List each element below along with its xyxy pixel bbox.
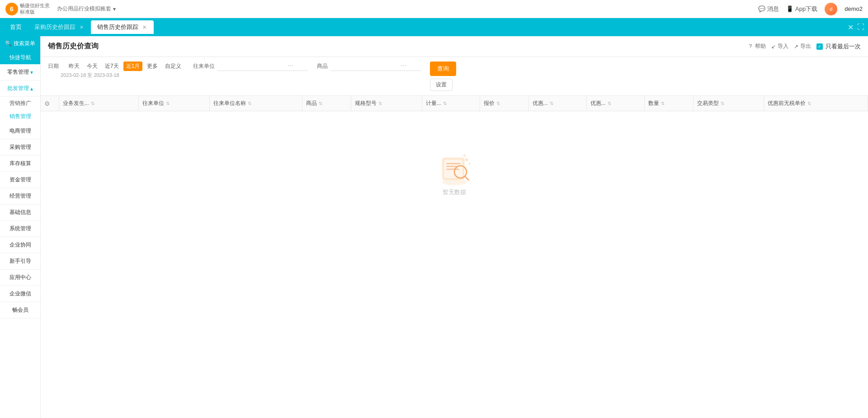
table-header-row: ⚙ 业务发生... ⇅ 往来单位 ⇅ <box>41 96 868 111</box>
sidebar-item-purchase[interactable]: 采购管理 <box>0 139 40 156</box>
col-pretax-price[interactable]: 优惠前无税单价 ⇅ <box>764 96 868 111</box>
sidebar-inventory-label: 库存核算 <box>9 160 31 167</box>
col-settings[interactable]: ⚙ <box>41 96 59 111</box>
app-download-action[interactable]: 📱 App下载 <box>786 5 817 13</box>
col-partner-sort[interactable]: ⇅ <box>166 101 170 106</box>
tab-sales-close[interactable]: ✕ <box>141 24 147 30</box>
col-quote-sort[interactable]: ⇅ <box>496 101 500 106</box>
sidebar-item-inventory[interactable]: 库存核算 <box>0 156 40 172</box>
workspace-selector[interactable]: 办公用品行业模拟账套 ▾ <box>53 3 119 14</box>
sidebar-system-label: 系统管理 <box>9 225 31 233</box>
import-button[interactable]: ↙ 导入 <box>771 43 788 50</box>
tab-bar: 首页 采购历史价跟踪 ✕ 销售历史价跟踪 ✕ ✕ ⛶ <box>0 18 868 36</box>
col-unit-sort[interactable]: ⇅ <box>443 101 447 106</box>
sidebar-item-system[interactable]: 系统管理 <box>0 221 40 237</box>
col-pretax-price-label: 优惠前无税单价 <box>768 100 806 107</box>
help-button[interactable]: ？ 帮助 <box>748 43 766 50</box>
sidebar-search-label: 搜索菜单 <box>14 40 35 47</box>
tab-home[interactable]: 首页 <box>4 20 28 34</box>
sidebar-item-wholesale[interactable]: 批发管理 ▴ <box>0 81 40 97</box>
sidebar-item-sales-mgmt[interactable]: 销售管理 <box>0 110 40 123</box>
tab-sales-history[interactable]: 销售历史价跟踪 ✕ <box>91 20 154 34</box>
col-discount1-sort[interactable]: ⇅ <box>550 101 553 106</box>
col-spec-sort[interactable]: ⇅ <box>378 101 382 106</box>
goods-input[interactable] <box>330 62 398 69</box>
goods-filter-group: 商品 ··· <box>317 62 421 71</box>
tab-purchase-label: 采购历史价跟踪 <box>34 23 75 31</box>
sidebar-item-ecommerce[interactable]: 电商管理 <box>0 123 40 139</box>
logo-area[interactable]: 6 畅捷信好生意 标准版 <box>5 3 50 15</box>
date-btn-last1m[interactable]: 近1月 <box>123 62 143 71</box>
col-discount2[interactable]: 优惠... ⇅ <box>586 96 644 111</box>
date-filter-label: 日期 <box>48 62 59 70</box>
svg-point-10 <box>463 154 466 157</box>
col-partner-code[interactable]: 往来单位 ⇅ <box>139 96 210 111</box>
sidebar-item-member[interactable]: 畅会员 <box>0 302 40 318</box>
date-btn-last7[interactable]: 近7天 <box>102 62 122 71</box>
sidebar-wechat-label: 企业微信 <box>9 290 31 298</box>
sidebar-wholesale-label: 批发管理 <box>7 85 29 92</box>
sidebar-item-marketing[interactable]: 营销推广 <box>0 97 40 110</box>
table-container: ⚙ 业务发生... ⇅ 往来单位 ⇅ <box>41 96 868 418</box>
sidebar-item-operations[interactable]: 经营管理 <box>0 188 40 204</box>
export-label: 导出 <box>800 43 811 50</box>
col-trade-type[interactable]: 交易类型 ⇅ <box>693 96 764 111</box>
only-last-checkbox-area[interactable]: ✓ 只看最后一次 <box>816 43 861 51</box>
expand-button[interactable]: ⛶ <box>857 23 864 32</box>
sidebar-item-finance[interactable]: 资金管理 <box>0 172 40 188</box>
col-biz-date[interactable]: 业务发生... ⇅ <box>59 96 139 111</box>
tab-purchase-history[interactable]: 采购历史价跟踪 ✕ <box>28 20 91 34</box>
goods-dots-button[interactable]: ··· <box>400 62 406 70</box>
sidebar-item-wechat[interactable]: 企业微信 <box>0 286 40 302</box>
header-right: 💬 消息 📱 App下载 d demo2 <box>758 3 863 15</box>
sidebar-item-retail[interactable]: 零售管理 ▾ <box>0 64 40 81</box>
empty-text: 暂无数据 <box>443 188 466 196</box>
partner-dots-button[interactable]: ··· <box>287 62 293 70</box>
message-action[interactable]: 💬 消息 <box>758 5 779 13</box>
gear-icon[interactable]: ⚙ <box>44 100 50 107</box>
avatar[interactable]: d <box>825 3 837 15</box>
col-goods-sort[interactable]: ⇅ <box>319 101 322 106</box>
date-btn-more[interactable]: 更多 <box>144 62 160 71</box>
svg-point-8 <box>465 158 468 161</box>
sidebar-search[interactable]: 🔍 搜索菜单 <box>0 36 40 51</box>
col-partner-name[interactable]: 往来单位名称 ⇅ <box>209 96 302 111</box>
col-quantity-sort[interactable]: ⇅ <box>661 101 665 106</box>
partner-input[interactable] <box>217 62 285 69</box>
date-btn-today[interactable]: 今天 <box>84 62 100 71</box>
sidebar-item-guide[interactable]: 新手引导 <box>0 253 40 270</box>
close-all-button[interactable]: ✕ <box>848 23 854 32</box>
query-button[interactable]: 查询 <box>430 62 456 76</box>
sidebar-item-enterprise[interactable]: 企业协同 <box>0 237 40 253</box>
sidebar-app-center-label: 应用中心 <box>9 274 31 281</box>
tab-purchase-close[interactable]: ✕ <box>78 24 85 30</box>
col-pretax-price-sort[interactable]: ⇅ <box>807 101 811 106</box>
col-goods[interactable]: 商品 ⇅ <box>302 96 351 111</box>
date-btn-custom[interactable]: 自定义 <box>162 62 184 71</box>
goods-input-area: ··· <box>330 62 421 71</box>
sidebar-nav[interactable]: 快捷导航 <box>0 51 40 64</box>
retail-arrow-icon: ▾ <box>30 69 33 76</box>
col-spec[interactable]: 规格型号 ⇅ <box>351 96 422 111</box>
col-unit[interactable]: 计量... ⇅ <box>422 96 480 111</box>
col-discount2-label: 优惠... <box>590 100 606 107</box>
col-discount1[interactable]: 优惠... ⇅ <box>528 96 586 111</box>
col-trade-type-sort[interactable]: ⇅ <box>721 101 724 106</box>
logo-icon: 6 <box>5 3 18 15</box>
sidebar-item-app-center[interactable]: 应用中心 <box>0 270 40 286</box>
col-spec-label: 规格型号 <box>355 100 377 107</box>
export-button[interactable]: ↗ 导出 <box>794 43 811 50</box>
col-biz-date-sort[interactable]: ⇅ <box>91 101 94 106</box>
date-btn-yesterday[interactable]: 昨天 <box>66 62 82 71</box>
col-quantity[interactable]: 数量 ⇅ <box>644 96 693 111</box>
only-last-checkbox[interactable]: ✓ <box>816 43 823 50</box>
sidebar-ecommerce-label: 电商管理 <box>9 127 31 135</box>
sidebar-item-basic-info[interactable]: 基础信息 <box>0 204 40 221</box>
col-quote[interactable]: 报价 ⇅ <box>480 96 528 111</box>
settings-button[interactable]: 设置 <box>430 79 453 91</box>
partner-filter-label: 往来单位 <box>193 62 215 70</box>
empty-state: 暂无数据 <box>41 111 868 233</box>
goods-filter-label: 商品 <box>317 62 328 70</box>
col-discount2-sort[interactable]: ⇅ <box>608 101 611 106</box>
col-partner-name-sort[interactable]: ⇅ <box>248 101 251 106</box>
